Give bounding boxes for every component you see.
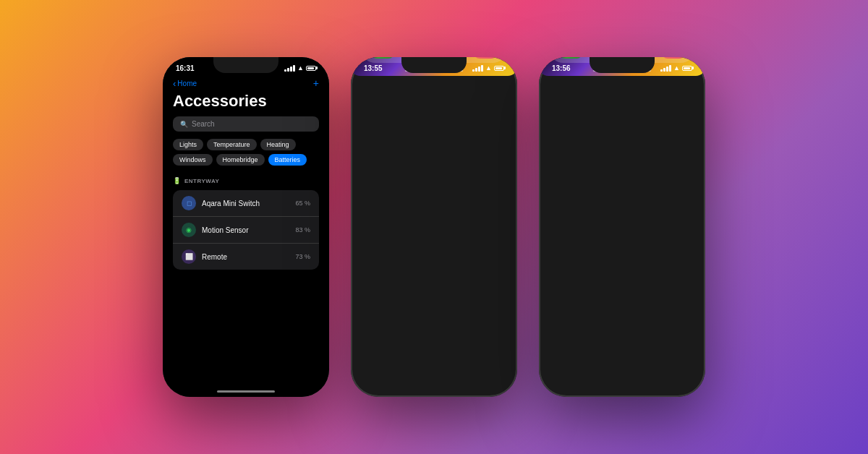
tag-windows[interactable]: Windows (173, 154, 213, 166)
add-button[interactable]: + (313, 77, 319, 89)
device-list: ◻ Aqara Mini Switch 65 % ◉ Motion Sensor… (173, 190, 319, 270)
signal-icon-2 (472, 65, 483, 72)
status-time-1: 16:31 (176, 64, 195, 72)
dock-safari-2[interactable]: 🧭 (405, 57, 428, 59)
phone-3: 13:56 ▲ 🔥 Lights On (539, 57, 705, 397)
dock-3: 📞 🧭 💬 🏠 (549, 57, 695, 63)
dock-2: 📞 🧭 💬 🏠 (361, 57, 507, 63)
tag-lights[interactable]: Lights (173, 139, 203, 150)
back-button[interactable]: Home (173, 78, 197, 89)
section-header: 🔋 ENTRYWAY (173, 173, 319, 184)
filter-tags: Lights Temperature Heating Windows Homeb… (173, 139, 319, 166)
switch-icon: ◻ (182, 196, 196, 210)
home-indicator-1 (217, 390, 275, 393)
status-time-2: 13:55 (364, 64, 383, 72)
nav-bar-1: Home + (173, 76, 319, 92)
device-pct-motion: 83 % (295, 226, 310, 234)
section-icon: 🔋 (173, 177, 181, 184)
device-name-switch: Aqara Mini Switch (202, 200, 289, 207)
chevron-left-icon (173, 78, 176, 89)
search-placeholder: Search (192, 120, 215, 128)
dock-phone-3[interactable]: 📞 (559, 57, 582, 59)
accessories-content: Home + Accessories 🔍 Search Lights Tempe… (163, 76, 329, 270)
search-bar[interactable]: 🔍 Search (173, 116, 319, 132)
device-name-motion: Motion Sensor (202, 226, 289, 234)
back-label: Home (177, 80, 197, 87)
device-name-remote: Remote (202, 253, 289, 261)
page-title-1: Accessories (173, 92, 319, 111)
phone-3-screen: 13:56 ▲ 🔥 Lights On (539, 57, 705, 76)
dock-safari-3[interactable]: 🧭 (593, 57, 616, 59)
section-label: ENTRYWAY (184, 178, 219, 184)
device-pct-remote: 73 % (295, 253, 310, 260)
device-item-motion[interactable]: ◉ Motion Sensor 83 % (173, 217, 319, 244)
status-time-3: 13:56 (552, 64, 571, 72)
battery-icon-2 (494, 66, 504, 71)
tag-heating[interactable]: Heating (260, 139, 296, 150)
device-item-remote[interactable]: ⬜ Remote 73 % (173, 244, 319, 270)
tag-temperature[interactable]: Temperature (207, 139, 257, 150)
battery-icon (306, 66, 316, 71)
phone-1-screen: 16:31 ▲ Home + (163, 57, 329, 397)
dock-messages-2[interactable]: 💬 (440, 57, 463, 59)
status-bar-1: 16:31 ▲ (163, 57, 329, 76)
remote-icon: ⬜ (182, 249, 196, 264)
wifi-icon-2: ▲ (485, 64, 492, 72)
status-icons-2: ▲ (472, 64, 504, 72)
motion-icon: ◉ (182, 223, 196, 237)
search-icon: 🔍 (180, 121, 188, 128)
status-icons-1: ▲ (284, 64, 316, 72)
dock-home-2[interactable]: 🏠 (474, 57, 497, 59)
phone-2: 13:55 ▲ ⌂ Backdoor (351, 57, 517, 397)
dock-messages-3[interactable]: 💬 (628, 57, 651, 59)
device-item-switch[interactable]: ◻ Aqara Mini Switch 65 % (173, 190, 319, 217)
signal-icon (284, 65, 295, 72)
status-icons-3: ▲ (660, 64, 692, 72)
wifi-icon-3: ▲ (673, 64, 680, 72)
dock-home-3[interactable]: 🏠 (662, 57, 685, 59)
battery-icon-3 (682, 66, 692, 71)
phone-2-screen: 13:55 ▲ ⌂ Backdoor (351, 57, 517, 76)
tag-batteries[interactable]: Batteries (268, 154, 307, 166)
home-indicator-2 (405, 69, 463, 72)
device-pct-switch: 65 % (295, 200, 310, 207)
dock-phone-2[interactable]: 📞 (371, 57, 394, 59)
wifi-icon: ▲ (297, 64, 304, 72)
phone-1: 16:31 ▲ Home + (163, 57, 329, 397)
tag-homebridge[interactable]: Homebridge (216, 154, 265, 166)
home-indicator-3 (593, 69, 651, 72)
signal-icon-3 (660, 65, 671, 72)
